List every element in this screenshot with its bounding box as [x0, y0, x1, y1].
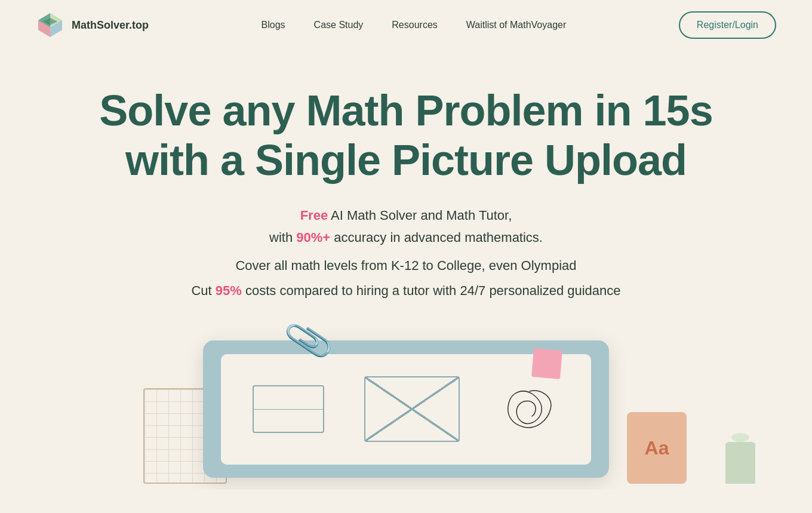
nav-links: Blogs Case Study Resources Waitlist of M… — [262, 20, 567, 30]
logo-text: MathSolver.top — [72, 19, 149, 32]
aa-card: Aa — [627, 412, 687, 484]
nav-blogs[interactable]: Blogs — [262, 20, 285, 30]
logo-link[interactable]: MathSolver.top — [36, 11, 149, 39]
nav-resources[interactable]: Resources — [392, 20, 437, 30]
hero-subtitle-line2-start: with — [269, 230, 296, 245]
nav-case-study[interactable]: Case Study — [314, 20, 364, 30]
wireframe-medium — [364, 376, 460, 442]
logo-cube-icon — [36, 11, 64, 39]
hero-line2: Cover all math levels from K-12 to Colle… — [12, 258, 800, 274]
hero-line3-start: Cut — [191, 283, 215, 298]
illustration-container: 📎 Aa — [0, 322, 812, 490]
register-login-button[interactable]: Register/Login — [679, 11, 776, 39]
whiteboard: 📎 — [203, 340, 609, 478]
hero-95-highlight: 95% — [216, 283, 242, 298]
hero-section: Solve any Math Problem in 15s with a Sin… — [0, 50, 812, 299]
nav-waitlist[interactable]: Waitlist of MathVoyager — [466, 20, 566, 30]
sticky-note-pink — [531, 348, 562, 379]
desk-scene: 📎 Aa — [0, 322, 812, 490]
hero-free-highlight: Free — [300, 208, 328, 223]
hero-line3-end: costs compared to hiring a tutor with 24… — [242, 283, 621, 298]
wireframe-small — [253, 385, 324, 433]
scribble-icon — [500, 385, 559, 433]
hero-line3: Cut 95% costs compared to hiring a tutor… — [12, 283, 800, 299]
hero-title-line2: with a Single Picture Upload — [125, 136, 687, 184]
hero-accuracy-highlight: 90%+ — [296, 230, 330, 245]
hero-title: Solve any Math Problem in 15s with a Sin… — [78, 86, 734, 185]
pencil-cup — [725, 442, 755, 484]
navbar: MathSolver.top Blogs Case Study Resource… — [0, 0, 812, 50]
hero-title-line1: Solve any Math Problem in 15s — [99, 87, 712, 134]
hero-subtitle-line2-end: accuracy in advanced mathematics. — [330, 230, 543, 245]
hero-subtitle: Free AI Math Solver and Math Tutor, with… — [12, 204, 800, 249]
hero-subtitle-middle: AI Math Solver and Math Tutor, — [328, 208, 512, 223]
